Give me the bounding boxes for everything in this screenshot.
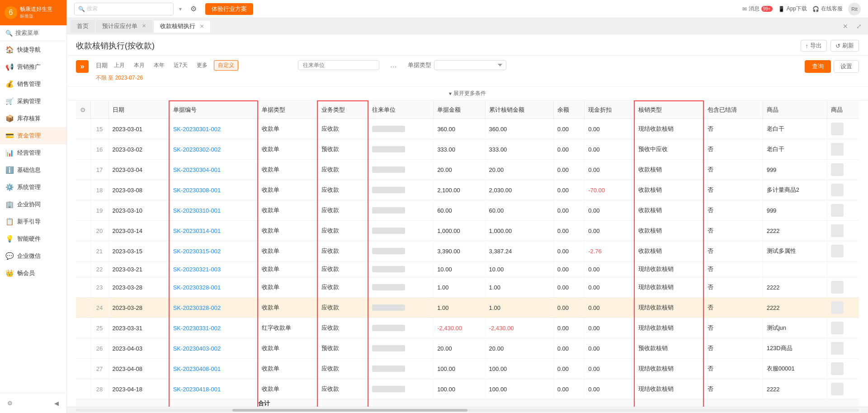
bill-no-link[interactable]: SK-20230321-003 bbox=[173, 266, 221, 273]
td-bill-no[interactable]: SK-20230328-002 bbox=[169, 298, 258, 318]
sidebar-item-marketing[interactable]: 📢营销推广 bbox=[0, 58, 66, 76]
sidebar-item-finance[interactable]: 💳资金管理 bbox=[0, 127, 66, 144]
bill-no-link[interactable]: SK-20230301-002 bbox=[173, 126, 221, 133]
tab-home[interactable]: 首页 bbox=[71, 20, 95, 33]
sidebar-item-hardware[interactable]: 💡智能硬件 bbox=[0, 230, 66, 247]
topbar-search[interactable]: 🔍 搜索 bbox=[74, 3, 174, 15]
bill-no-link[interactable]: SK-20230308-001 bbox=[173, 187, 221, 194]
td-bill-no[interactable]: SK-20230302-002 bbox=[169, 139, 258, 160]
sidebar-item-purchase[interactable]: 🛒采购管理 bbox=[0, 93, 66, 110]
td-writeoff-type: 现结收款核销 bbox=[634, 119, 703, 139]
td-goods-img bbox=[827, 338, 859, 359]
td-bill-no[interactable]: SK-20230331-002 bbox=[169, 318, 258, 338]
td-balance: 0.00 bbox=[553, 338, 584, 359]
app-download-btn[interactable]: 📱 App下载 bbox=[778, 5, 807, 13]
td-index: 19 bbox=[90, 200, 108, 221]
bill-no-link[interactable]: SK-20230310-001 bbox=[173, 207, 221, 214]
export-btn[interactable]: ↑ 导出 bbox=[801, 40, 827, 52]
topbar-gear-icon[interactable]: ⚙ bbox=[187, 3, 200, 15]
filter-settings-btn[interactable]: 设置 bbox=[834, 60, 859, 73]
date-option-本月[interactable]: 本月 bbox=[130, 61, 148, 70]
sidebar-item-system[interactable]: ⚙️系统管理 bbox=[0, 179, 66, 196]
refresh-btn[interactable]: ↺ 刷新 bbox=[830, 40, 859, 52]
expand-conditions-btn[interactable]: ▾ 展开更多条件 bbox=[449, 90, 486, 97]
counterpart-input[interactable] bbox=[298, 60, 379, 70]
footer-writeoff-amount bbox=[485, 399, 553, 407]
td-bill-no[interactable]: SK-20230308-001 bbox=[169, 180, 258, 200]
bill-type-select[interactable] bbox=[434, 60, 506, 70]
scroll-thumb[interactable] bbox=[232, 409, 467, 412]
tab-close-receivable[interactable]: ✕ bbox=[142, 23, 146, 29]
date-value: 不限 至 2023-07-26 bbox=[96, 74, 291, 82]
td-amount: 20.00 bbox=[434, 160, 485, 180]
col-settings[interactable]: ⚙ bbox=[76, 101, 90, 119]
sidebar-item-guide[interactable]: 📋新手引导 bbox=[0, 213, 66, 230]
message-btn[interactable]: ✉ 消息 99+ bbox=[742, 5, 773, 13]
scroll-indicator[interactable] bbox=[67, 407, 868, 413]
td-bill-no[interactable]: SK-20230408-001 bbox=[169, 359, 258, 379]
td-index: 24 bbox=[90, 298, 108, 318]
td-amount: -2,430.00 bbox=[434, 318, 485, 338]
td-bill-no[interactable]: SK-20230321-003 bbox=[169, 261, 258, 277]
footer-goods bbox=[763, 399, 827, 407]
sidebar-item-quick-nav[interactable]: 🏠快捷导航 bbox=[0, 41, 66, 58]
bill-no-link[interactable]: SK-20230328-001 bbox=[173, 284, 221, 291]
sidebar-item-wechat[interactable]: 💬企业微信 bbox=[0, 247, 66, 265]
bill-no-link[interactable]: SK-20230418-001 bbox=[173, 386, 221, 393]
td-amount: 1.00 bbox=[434, 277, 485, 298]
bill-no-link[interactable]: SK-20230328-002 bbox=[173, 304, 221, 311]
user-avatar[interactable]: Rit bbox=[848, 3, 861, 15]
tab-label-writeoff: 收款核销执行 bbox=[160, 22, 195, 30]
td-bill-no[interactable]: SK-20230314-001 bbox=[169, 221, 258, 241]
tab-writeoff[interactable]: 收款核销执行✕ bbox=[153, 20, 211, 33]
expand-tab-icon[interactable]: ⤢ bbox=[854, 21, 864, 32]
sidebar-item-operations[interactable]: 📊经营管理 bbox=[0, 144, 66, 161]
bill-no-link[interactable]: SK-20230304-001 bbox=[173, 166, 221, 173]
sidebar-item-member[interactable]: 👑畅会员 bbox=[0, 265, 66, 282]
bill-no-link[interactable]: SK-20230408-001 bbox=[173, 366, 221, 372]
td-cash-discount: 0.00 bbox=[585, 359, 635, 379]
query-btn[interactable]: 查询 bbox=[805, 60, 831, 73]
td-bill-no[interactable]: SK-20230304-001 bbox=[169, 160, 258, 180]
bill-no-link[interactable]: SK-20230331-002 bbox=[173, 325, 221, 332]
td-bill-no[interactable]: SK-20230310-001 bbox=[169, 200, 258, 221]
sidebar-search[interactable]: 🔍 搜索菜单 bbox=[0, 25, 66, 41]
td-amount: 10.00 bbox=[434, 261, 485, 277]
online-service-btn[interactable]: 🎧 在线客服 bbox=[812, 5, 843, 13]
sidebar-item-basic[interactable]: ℹ️基础信息 bbox=[0, 161, 66, 179]
tab-close-writeoff[interactable]: ✕ bbox=[200, 24, 204, 29]
tab-receivable[interactable]: 预计应应付单✕ bbox=[96, 20, 152, 33]
page-header-actions: ↑ 导出 ↺ 刷新 bbox=[801, 40, 859, 52]
bill-no-link[interactable]: SK-20230314-001 bbox=[173, 228, 221, 234]
date-custom-btn[interactable]: 自定义 bbox=[214, 60, 238, 71]
date-option-本年[interactable]: 本年 bbox=[150, 61, 168, 70]
footer-balance bbox=[553, 399, 584, 407]
close-tab-icon[interactable]: ✕ bbox=[840, 21, 851, 32]
td-writeoff-type: 预收中应收 bbox=[634, 139, 703, 160]
td-bill-no[interactable]: SK-20230418-001 bbox=[169, 379, 258, 399]
scroll-track[interactable] bbox=[76, 409, 859, 412]
td-bill-no[interactable]: SK-20230328-001 bbox=[169, 277, 258, 298]
sidebar-bottom: ⚙ ◀ bbox=[0, 393, 66, 413]
filter-toggle-btn[interactable]: » bbox=[76, 60, 89, 73]
td-date: 2023-03-31 bbox=[108, 318, 169, 338]
sidebar-item-inventory[interactable]: 📦库存核算 bbox=[0, 110, 66, 127]
col-settings-icon[interactable]: ⚙ bbox=[80, 106, 86, 114]
date-option-上月[interactable]: 上月 bbox=[110, 61, 128, 70]
filter-dots[interactable]: ... bbox=[387, 60, 401, 70]
td-bill-no[interactable]: SK-20230403-002 bbox=[169, 338, 258, 359]
bill-no-link[interactable]: SK-20230315-002 bbox=[173, 248, 221, 255]
topbar-chevron[interactable]: ▾ bbox=[179, 6, 182, 12]
sidebar-item-sales[interactable]: 💰销售管理 bbox=[0, 76, 66, 93]
date-option-近7天[interactable]: 近7天 bbox=[170, 61, 191, 70]
settings-btn[interactable]: ⚙ bbox=[4, 397, 16, 409]
bill-no-link[interactable]: SK-20230403-002 bbox=[173, 345, 221, 352]
date-option-更多[interactable]: 更多 bbox=[193, 61, 211, 70]
td-bill-no[interactable]: SK-20230315-002 bbox=[169, 241, 258, 261]
bill-no-link[interactable]: SK-20230302-002 bbox=[173, 146, 221, 153]
expand-conditions-bar: ▾ 展开更多条件 bbox=[67, 87, 868, 100]
collapse-btn[interactable]: ◀ bbox=[50, 397, 63, 409]
td-bill-no[interactable]: SK-20230301-002 bbox=[169, 119, 258, 139]
industry-btn[interactable]: 体验行业方案 bbox=[205, 3, 253, 15]
sidebar-item-enterprise[interactable]: 🏢企业协同 bbox=[0, 196, 66, 213]
